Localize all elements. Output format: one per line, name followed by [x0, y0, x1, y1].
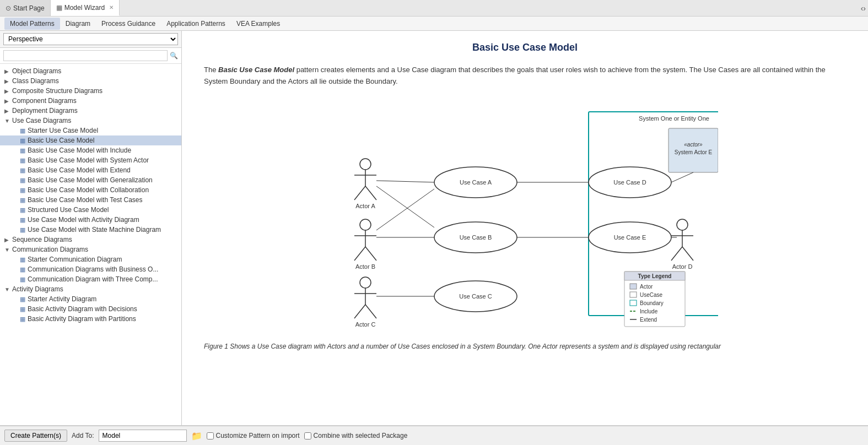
svg-text:Use Case D: Use Case D — [613, 179, 646, 186]
title-bar: ⊙ Start Page ▦ Model Wizard ✕ ‹ › — [0, 0, 868, 17]
item-icon: ▦ — [20, 256, 25, 263]
arrow-icon: ▶ — [4, 68, 12, 74]
sidebar-label-activity-diagrams: Activity Diagrams — [12, 285, 63, 293]
combine-label[interactable]: Combine with selected Package — [314, 432, 408, 439]
sidebar-label-use-case-activity: Use Case Model with Activity Diagram — [28, 216, 139, 224]
item-icon: ▦ — [20, 147, 25, 154]
item-icon: ▦ — [20, 316, 25, 323]
svg-text:Type Legend: Type Legend — [638, 273, 671, 279]
menu-vea-examples[interactable]: VEA Examples — [231, 18, 285, 30]
sidebar-item-starter-communication[interactable]: ▦ Starter Communication Diagram — [0, 254, 181, 264]
sidebar-item-use-case-state-machine[interactable]: ▦ Use Case Model with State Machine Diag… — [0, 225, 181, 235]
sidebar-item-basic-use-case-include[interactable]: ▦ Basic Use Case Model with Include — [0, 145, 181, 155]
sidebar-search-bar: 🔍 — [0, 48, 181, 64]
sidebar-item-component-diagrams[interactable]: ▶ Component Diagrams — [0, 96, 181, 106]
tab-start[interactable]: ⊙ Start Page — [0, 0, 51, 16]
customize-label[interactable]: Customize Pattern on import — [216, 432, 300, 439]
menu-application-patterns[interactable]: Application Patterns — [161, 18, 231, 30]
svg-line-42 — [376, 189, 434, 230]
sidebar-item-basic-use-case-generalization[interactable]: ▦ Basic Use Case Model with Generalizati… — [0, 175, 181, 185]
customize-checkbox-group: Customize Pattern on import — [207, 432, 300, 439]
content-desc-text: pattern creates elements and a Use Case … — [204, 66, 826, 85]
sidebar-item-activity-diagrams[interactable]: ▼ Activity Diagrams — [0, 284, 181, 294]
svg-rect-51 — [630, 284, 637, 289]
sidebar-label-object-diagrams: Object Diagrams — [12, 67, 61, 75]
svg-line-14 — [354, 247, 365, 261]
arrow-icon: ▼ — [4, 247, 12, 253]
sidebar-item-basic-use-case-test-cases[interactable]: ▦ Basic Use Case Model with Test Cases — [0, 195, 181, 205]
combine-checkbox[interactable] — [304, 432, 311, 439]
svg-text:Include: Include — [640, 308, 658, 314]
folder-button[interactable]: 📁 — [191, 431, 202, 441]
sidebar-label-structured-use-case: Structured Use Case Model — [28, 206, 109, 214]
svg-text:Use Case E: Use Case E — [613, 234, 646, 241]
sidebar-item-starter-use-case[interactable]: ▦ Starter Use Case Model — [0, 126, 181, 135]
sidebar-label-composite-structure: Composite Structure Diagrams — [12, 87, 103, 95]
item-icon: ▦ — [20, 296, 25, 303]
add-to-input[interactable] — [99, 430, 187, 442]
create-patterns-button[interactable]: Create Pattern(s) — [4, 430, 67, 442]
content-desc-italic: Basic Use Case Model — [218, 66, 294, 74]
sidebar-item-class-diagrams[interactable]: ▶ Class Diagrams — [0, 76, 181, 86]
sidebar-label-deployment-diagrams: Deployment Diagrams — [12, 107, 78, 115]
svg-line-39 — [376, 181, 434, 182]
menu-model-patterns[interactable]: Model Patterns — [4, 18, 60, 30]
svg-point-11 — [360, 219, 371, 230]
svg-text:Boundary: Boundary — [640, 300, 664, 306]
svg-text:Actor D: Actor D — [672, 263, 692, 270]
search-icon[interactable]: 🔍 — [170, 52, 178, 59]
svg-point-17 — [360, 277, 371, 288]
svg-line-20 — [354, 305, 365, 318]
sidebar-label-comm-business: Communication Diagrams with Business O..… — [28, 265, 158, 273]
tab-close-button[interactable]: ✕ — [109, 4, 114, 10]
sidebar-item-structured-use-case[interactable]: ▦ Structured Use Case Model — [0, 205, 181, 215]
sidebar-label-starter-communication: Starter Communication Diagram — [28, 256, 122, 263]
sidebar-label-basic-use-case-test-cases: Basic Use Case Model with Test Cases — [28, 196, 143, 204]
sidebar-item-sequence-diagrams[interactable]: ▶ Sequence Diagrams — [0, 235, 181, 245]
svg-text:System Actor E: System Actor E — [674, 149, 712, 155]
sidebar-item-basic-use-case[interactable]: ▦ Basic Use Case Model — [0, 135, 181, 145]
perspective-dropdown[interactable]: Perspective — [3, 33, 178, 45]
sidebar-item-starter-activity[interactable]: ▦ Starter Activity Diagram — [0, 294, 181, 304]
tab-wizard[interactable]: ▦ Model Wizard ✕ — [51, 0, 120, 16]
sidebar-item-composite-structure[interactable]: ▶ Composite Structure Diagrams — [0, 86, 181, 96]
sidebar-label-class-diagrams: Class Diagrams — [12, 77, 59, 85]
sidebar-item-deployment-diagrams[interactable]: ▶ Deployment Diagrams — [0, 106, 181, 116]
sidebar-item-comm-three-comp[interactable]: ▦ Communication Diagram with Three Comp.… — [0, 274, 181, 284]
add-to-label: Add To: — [72, 432, 94, 439]
sidebar-item-basic-activity-partitions[interactable]: ▦ Basic Activity Diagram with Partitions — [0, 314, 181, 324]
sidebar-item-object-diagrams[interactable]: ▶ Object Diagrams — [0, 66, 181, 76]
content-description: The Basic Use Case Model pattern creates… — [204, 64, 846, 88]
nav-next-button[interactable]: › — [863, 4, 866, 13]
sidebar-label-sequence-diagrams: Sequence Diagrams — [12, 236, 72, 243]
item-icon: ▦ — [20, 216, 25, 224]
arrow-icon: ▶ — [4, 88, 12, 94]
sidebar-item-communication-diagrams[interactable]: ▼ Communication Diagrams — [0, 245, 181, 254]
sidebar-item-basic-use-case-system-actor[interactable]: ▦ Basic Use Case Model with System Actor — [0, 155, 181, 165]
sidebar-label-basic-use-case-generalization: Basic Use Case Model with Generalization — [28, 176, 153, 184]
svg-rect-55 — [630, 300, 637, 306]
sidebar-item-use-case-diagrams[interactable]: ▼ Use Case Diagrams — [0, 116, 181, 126]
svg-line-45 — [671, 172, 693, 182]
item-icon: ▦ — [20, 157, 25, 164]
arrow-icon: ▶ — [4, 237, 12, 243]
menu-diagram[interactable]: Diagram — [60, 18, 96, 30]
arrow-icon: ▼ — [4, 118, 12, 124]
sidebar-item-comm-business[interactable]: ▦ Communication Diagrams with Business O… — [0, 264, 181, 274]
customize-checkbox[interactable] — [207, 432, 214, 439]
search-input[interactable] — [3, 50, 168, 61]
sidebar-label-basic-use-case-system-actor: Basic Use Case Model with System Actor — [28, 156, 149, 164]
sidebar-label-use-case-diagrams: Use Case Diagrams — [12, 117, 71, 124]
svg-text:UseCase: UseCase — [640, 292, 663, 298]
sidebar-item-use-case-activity[interactable]: ▦ Use Case Model with Activity Diagram — [0, 215, 181, 225]
sidebar-item-basic-activity-decisions[interactable]: ▦ Basic Activity Diagram with Decisions — [0, 304, 181, 314]
item-icon: ▦ — [20, 306, 25, 313]
sidebar-label-basic-use-case: Basic Use Case Model — [28, 137, 94, 144]
sidebar-item-basic-use-case-collaboration[interactable]: ▦ Basic Use Case Model with Collaboratio… — [0, 185, 181, 195]
sidebar-item-basic-use-case-extend[interactable]: ▦ Basic Use Case Model with Extend — [0, 165, 181, 175]
svg-text:Actor: Actor — [640, 284, 653, 290]
menu-bar: Model Patterns Diagram Process Guidance … — [0, 17, 868, 31]
menu-process-guidance[interactable]: Process Guidance — [96, 18, 161, 30]
sidebar-tree: ▶ Object Diagrams ▶ Class Diagrams ▶ Com… — [0, 64, 181, 425]
svg-text:Actor B: Actor B — [355, 263, 375, 270]
